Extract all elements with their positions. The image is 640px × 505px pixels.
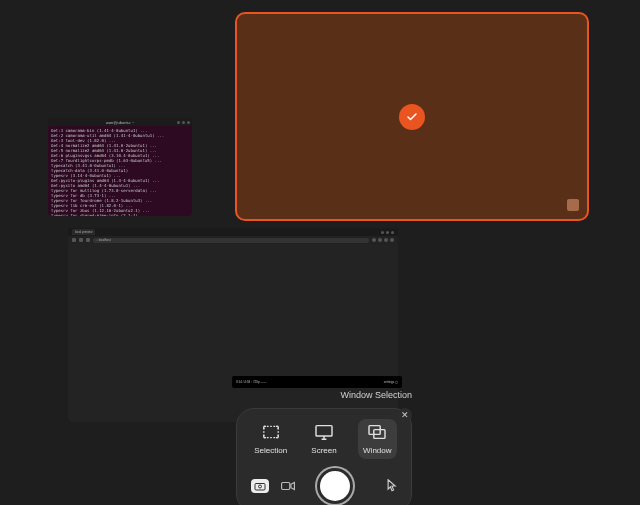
close-icon[interactable]: ✕ (398, 408, 412, 422)
app-icon (567, 199, 579, 211)
svg-rect-1 (316, 425, 332, 435)
terminal-title: user@ubuntu: ~ (106, 120, 135, 125)
show-pointer-toggle[interactable] (387, 479, 397, 493)
overview-terminal-window[interactable]: user@ubuntu: ~ Get:1 camorama-bin (1.41-… (48, 118, 192, 216)
svg-rect-0 (263, 426, 277, 437)
media-controls-strip: 0:14 / 4:58 ◦ 720p —— settings ▢ (232, 376, 402, 388)
screenshot-tool-title: Window Selection (340, 390, 412, 400)
browser-toolbar: ○ localhost (68, 236, 398, 244)
window-controls (177, 121, 190, 124)
media-time-text: 0:14 / 4:58 ◦ 720p —— (236, 380, 266, 384)
mode-window-button[interactable]: Window (358, 419, 397, 459)
check-icon (399, 104, 425, 130)
window-controls (381, 231, 394, 234)
svg-rect-6 (282, 483, 290, 490)
selection-icon (261, 424, 281, 442)
terminal-output: Get:1 camorama-bin (1.41-4-0ubuntu1) ...… (48, 126, 192, 216)
screenshot-tool: Window Selection ✕ SelectionScreenWindow (236, 400, 412, 505)
still-capture-toggle[interactable] (251, 479, 269, 493)
browser-tab[interactable]: local preview (72, 229, 95, 235)
mode-label: Screen (311, 446, 336, 455)
mode-selection-button[interactable]: Selection (251, 419, 290, 459)
mode-screen-button[interactable]: Screen (304, 419, 343, 459)
screen-icon (314, 424, 334, 442)
mode-label: Selection (254, 446, 287, 455)
nav-forward-icon[interactable] (79, 238, 83, 242)
terminal-titlebar: user@ubuntu: ~ (48, 118, 192, 126)
address-bar[interactable]: ○ localhost (93, 238, 369, 243)
window-icon (367, 424, 387, 442)
nav-reload-icon[interactable] (86, 238, 90, 242)
browser-tabbar: local preview (68, 228, 398, 236)
media-settings-text: settings ▢ (384, 380, 398, 384)
shutter-button[interactable] (320, 471, 350, 501)
toolbar-right-icons (372, 238, 394, 242)
svg-point-5 (259, 485, 262, 488)
overview-selected-window[interactable] (235, 12, 589, 221)
svg-rect-4 (255, 484, 265, 491)
nav-back-icon[interactable] (72, 238, 76, 242)
video-capture-toggle[interactable] (279, 479, 297, 493)
svg-marker-7 (291, 483, 295, 490)
mode-label: Window (363, 446, 391, 455)
